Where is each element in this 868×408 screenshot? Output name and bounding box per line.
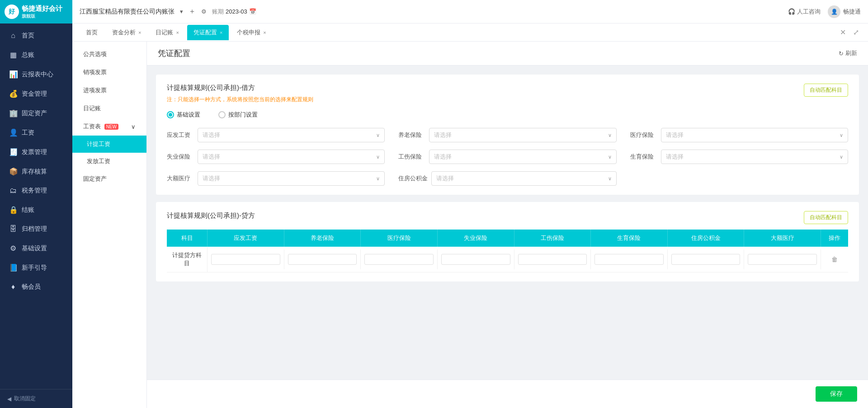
- sidebar-item-tax[interactable]: 🗂 税务管理: [0, 181, 72, 200]
- sidebar-item-assets[interactable]: 🏢 固定资产: [0, 103, 72, 123]
- input-medical[interactable]: [364, 254, 434, 265]
- save-button[interactable]: 保存: [816, 386, 857, 402]
- table-header: 科目 应发工资 养老保险 医疗保险 失业保险 工伤保险 生育保险 住房公积金 大…: [167, 230, 848, 247]
- invoice-icon: 🧾: [9, 148, 17, 156]
- logo-icon: 好: [5, 5, 19, 19]
- service-label: 人工咨询: [797, 8, 821, 16]
- page-content: 公共选项 销项发票 进项发票 日记账 工资表 NEW ∨ 计提工资 发放工资 固…: [72, 42, 868, 408]
- sidebar-unpin[interactable]: ◀ 取消固定: [0, 389, 72, 408]
- expand-icon: ∨: [131, 123, 136, 130]
- page-header: 凭证配置 ↻ 刷新: [147, 42, 868, 66]
- input-housing[interactable]: [671, 254, 741, 265]
- field-select-injury[interactable]: 请选择 ∨: [429, 150, 616, 164]
- tab-close-icon[interactable]: ×: [220, 30, 222, 35]
- field-select-pension[interactable]: 请选择 ∨: [429, 128, 616, 142]
- credit-table: 科目 应发工资 养老保险 医疗保险 失业保险 工伤保险 生育保险 住房公积金 大…: [167, 230, 848, 272]
- sidebar-item-funds[interactable]: 💰 资金管理: [0, 84, 72, 103]
- calendar-icon[interactable]: 📅: [249, 8, 256, 15]
- radio-dept-circle: [218, 111, 226, 118]
- sidebar-item-invoice[interactable]: 🧾 发票管理: [0, 142, 72, 162]
- th-large-medical: 大额医疗: [744, 230, 821, 247]
- tab-close-icon[interactable]: ×: [176, 30, 179, 35]
- delete-row-icon[interactable]: 🗑: [831, 256, 838, 263]
- user-menu[interactable]: 👤 畅捷通: [828, 5, 861, 18]
- nav-payroll-table[interactable]: 工资表 NEW ∨: [72, 117, 146, 136]
- sidebar-item-ledger[interactable]: ▦ 总账: [0, 45, 72, 65]
- auto-match-credit-button[interactable]: 自动匹配科目: [804, 211, 848, 224]
- sidebar-item-settings[interactable]: ⚙ 基础设置: [0, 239, 72, 258]
- tab-tax-report[interactable]: 个税申报 ×: [231, 25, 272, 40]
- sidebar-item-label: 固定资产: [22, 109, 47, 117]
- sidebar-item-salary[interactable]: 👤 工资: [0, 123, 72, 142]
- nav-purchase-invoice[interactable]: 进项发票: [72, 81, 146, 99]
- nav-public-options[interactable]: 公共选项: [72, 45, 146, 63]
- sidebar-item-inventory[interactable]: 📦 库存核算: [0, 162, 72, 181]
- customer-service-button[interactable]: 🎧 人工咨询: [788, 8, 821, 16]
- tab-fund-analysis[interactable]: 资金分析 ×: [106, 25, 147, 40]
- radio-basic[interactable]: 基础设置: [167, 111, 200, 119]
- th-maternity: 生育保险: [591, 230, 668, 247]
- radio-dept[interactable]: 按部门设置: [218, 111, 258, 119]
- field-select-maternity[interactable]: 请选择 ∨: [661, 150, 848, 164]
- nav-journal[interactable]: 日记账: [72, 99, 146, 117]
- tab-label: 资金分析: [112, 28, 136, 37]
- tab-voucher-config[interactable]: 凭证配置 ×: [187, 25, 229, 40]
- input-wage[interactable]: [211, 254, 280, 265]
- input-injury[interactable]: [518, 254, 587, 265]
- inventory-icon: 📦: [9, 167, 17, 176]
- tab-actions: ✕ ⤢: [838, 26, 861, 38]
- input-maternity[interactable]: [594, 254, 664, 265]
- chevron-down-icon: ∨: [376, 154, 380, 160]
- input-large-medical[interactable]: [748, 254, 817, 265]
- td-row-label: 计提贷方科目: [167, 247, 208, 272]
- new-badge: NEW: [104, 124, 118, 130]
- close-tab-icon[interactable]: ✕: [838, 26, 848, 38]
- debit-section: 自动匹配科目 计提核算规则(公司承担)-借方 注：只能选择一种方式，系统将按照您…: [156, 75, 859, 195]
- auto-match-debit-button[interactable]: 自动匹配科目: [804, 84, 848, 97]
- field-select-unemployment[interactable]: 请选择 ∨: [198, 150, 385, 164]
- topbar-right: 🎧 人工咨询 👤 畅捷通: [788, 5, 861, 18]
- sidebar-item-closing[interactable]: 🔒 结账: [0, 200, 72, 220]
- tab-journal[interactable]: 日记账 ×: [149, 25, 185, 40]
- field-label-large-medical: 大额医疗: [167, 174, 194, 183]
- sidebar-item-archive[interactable]: 🗄 归档管理: [0, 220, 72, 239]
- sidebar-nav: ⌂ 首页 ▦ 总账 📊 云报表中心 💰 资金管理 🏢 固定资产 👤 工资 🧾 发…: [0, 23, 72, 389]
- sidebar-item-vip[interactable]: ♦ 畅会员: [0, 277, 72, 296]
- tab-close-icon[interactable]: ×: [263, 30, 266, 35]
- fields-grid: 应发工资 请选择 ∨ 养老保险 请选择 ∨: [167, 128, 848, 186]
- assets-icon: 🏢: [9, 109, 17, 117]
- field-select-large-medical[interactable]: 请选择 ∨: [198, 171, 385, 186]
- nav-payroll-accrual[interactable]: 计提工资: [72, 136, 146, 153]
- table-row: 计提贷方科目 🗑: [167, 247, 848, 272]
- expand-tab-icon[interactable]: ⤢: [851, 26, 861, 38]
- td-medical-input: [361, 249, 438, 269]
- field-select-housing-fund[interactable]: 请选择 ∨: [431, 171, 616, 186]
- field-select-medical[interactable]: 请选择 ∨: [661, 128, 848, 142]
- add-tab-button[interactable]: ＋: [189, 7, 196, 16]
- sidebar-item-guide[interactable]: 📘 新手引导: [0, 258, 72, 277]
- refresh-icon: ↻: [839, 50, 844, 57]
- input-pension[interactable]: [288, 254, 357, 265]
- tab-close-icon[interactable]: ×: [138, 30, 141, 35]
- avatar: 👤: [828, 5, 840, 18]
- tab-home[interactable]: 首页: [80, 25, 104, 40]
- sidebar-item-home[interactable]: ⌂ 首页: [0, 26, 72, 45]
- unpin-label: 取消固定: [14, 395, 36, 403]
- tabbar: 首页 资金分析 × 日记账 × 凭证配置 × 个税申报 × ✕ ⤢: [72, 23, 868, 42]
- settings-gear-icon[interactable]: ⚙: [201, 8, 207, 15]
- app-name: 畅捷通好会计: [22, 5, 62, 12]
- field-select-wage[interactable]: 请选择 ∨: [198, 128, 385, 142]
- fields-row-2: 失业保险 请选择 ∨ 工伤保险 请选择 ∨: [167, 150, 848, 164]
- input-unemployment[interactable]: [441, 254, 510, 265]
- refresh-button[interactable]: ↻ 刷新: [839, 49, 857, 57]
- closing-icon: 🔒: [9, 206, 17, 214]
- nav-payroll-distribute[interactable]: 发放工资: [72, 153, 146, 170]
- sidebar-item-reports[interactable]: 📊 云报表中心: [0, 65, 72, 84]
- company-dropdown-icon[interactable]: ▾: [180, 8, 183, 15]
- nav-fixed-assets[interactable]: 固定资产: [72, 170, 146, 188]
- chevron-down-icon: ∨: [840, 132, 843, 138]
- nav-sales-invoice[interactable]: 销项发票: [72, 63, 146, 81]
- sidebar-item-label: 新手引导: [22, 264, 47, 272]
- field-label-wage: 应发工资: [167, 131, 194, 139]
- th-wage: 应发工资: [208, 230, 284, 247]
